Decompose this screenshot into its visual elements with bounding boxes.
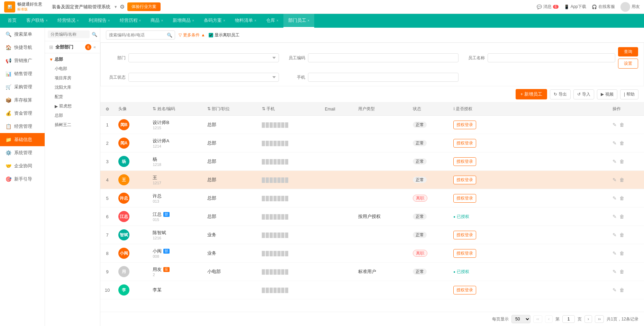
sidebar-item-purchase[interactable]: 🛒 采购管理 xyxy=(0,80,45,94)
tree-node-parent[interactable]: ▼ 总部 xyxy=(45,55,100,64)
close-icon[interactable]: × xyxy=(192,19,194,23)
edit-icon[interactable]: ✎ xyxy=(613,159,617,164)
close-icon[interactable]: × xyxy=(254,19,256,23)
delete-icon[interactable]: 🗑 xyxy=(619,287,624,293)
edit-icon[interactable]: ✎ xyxy=(613,232,617,238)
last-page-btn[interactable]: ›› xyxy=(595,315,604,323)
col-settings[interactable]: ⚙ xyxy=(100,103,114,116)
close-icon[interactable]: × xyxy=(46,19,48,23)
tree-node-chashuwang[interactable]: 插树王二 xyxy=(45,120,100,130)
view-btn[interactable]: ▶ 视频 xyxy=(597,89,617,99)
edit-icon[interactable]: ✎ xyxy=(613,287,617,293)
col-name[interactable]: ⇅ 姓名/编码 xyxy=(148,103,203,116)
nav-tab-goods[interactable]: 商品 × xyxy=(146,14,168,28)
delete-icon[interactable]: 🗑 xyxy=(619,140,624,146)
tree-node-xiaodian[interactable]: 小电部 xyxy=(45,64,100,73)
close-icon[interactable]: × xyxy=(139,19,141,23)
close-icon[interactable]: × xyxy=(77,19,79,23)
auth-btn[interactable]: 授权登录 xyxy=(453,286,476,294)
add-employee-btn[interactable]: + 新增员工 xyxy=(516,89,547,99)
settings-icon[interactable]: ⚙ xyxy=(120,3,125,10)
per-page-select[interactable]: 50 20 100 xyxy=(511,315,530,323)
phone-input[interactable] xyxy=(308,73,459,82)
more-conditions-btn[interactable]: ▽ 更多条件 ▲ xyxy=(179,32,205,38)
delete-icon[interactable]: 🗑 xyxy=(619,269,624,274)
close-icon-active[interactable]: × xyxy=(308,19,310,23)
nav-tab-home[interactable]: 首页 xyxy=(3,14,21,28)
tree-node-shuanghu[interactable]: ▶ 双虎想 xyxy=(45,102,100,111)
auth-btn[interactable]: 授权登录 xyxy=(453,249,476,258)
experience-btn[interactable]: 体验行业方案 xyxy=(127,2,161,11)
search-input[interactable] xyxy=(106,30,175,39)
edit-icon[interactable]: ✎ xyxy=(613,269,617,274)
help-btn[interactable]: | 帮助 xyxy=(620,89,638,99)
sidebar-item-collab[interactable]: 🤝 企业协同 xyxy=(0,159,45,173)
tree-node-project[interactable]: 项目库房 xyxy=(45,73,100,83)
auth-btn[interactable]: 授权登录 xyxy=(453,231,476,239)
query-btn[interactable]: 查询 xyxy=(618,47,638,56)
sidebar-item-inventory[interactable]: 📦 库存核算 xyxy=(0,94,45,107)
tree-node-shenyang[interactable]: 沈阳大库 xyxy=(45,83,100,92)
close-icon[interactable]: × xyxy=(223,19,225,23)
import-btn[interactable]: ↺ 导入 xyxy=(573,89,594,99)
page-num-input[interactable] xyxy=(562,315,575,323)
delete-icon[interactable]: 🗑 xyxy=(619,195,624,201)
auth-btn[interactable]: 授权登录 xyxy=(453,139,476,148)
sidebar-item-search[interactable]: 🔍 搜索菜单 xyxy=(0,28,45,41)
prev-page-btn[interactable]: ‹ xyxy=(545,315,553,323)
tree-node-peihu[interactable]: 配货 xyxy=(45,92,100,102)
reset-btn[interactable]: 设置 xyxy=(618,59,638,69)
status-select[interactable] xyxy=(128,73,279,82)
tree-search-input[interactable] xyxy=(48,30,90,38)
delete-icon[interactable]: 🗑 xyxy=(619,122,624,127)
edit-icon[interactable]: ✎ xyxy=(613,214,617,219)
edit-icon[interactable]: ✎ xyxy=(613,250,617,256)
edit-icon[interactable]: ✎ xyxy=(613,122,617,127)
nav-tab-history[interactable]: 经营历程 × xyxy=(115,14,146,28)
online-service-btn[interactable]: 🎧 在线客服 xyxy=(592,4,615,10)
edit-icon[interactable]: ✎ xyxy=(613,140,617,146)
message-btn[interactable]: 💬 消息 6 xyxy=(537,4,559,10)
close-icon[interactable]: × xyxy=(108,19,110,23)
sidebar-item-marketing[interactable]: 📢 营销推广 xyxy=(0,54,45,67)
auth-btn[interactable]: 授权登录 xyxy=(453,157,476,166)
auth-btn[interactable]: 授权登录 xyxy=(453,121,476,129)
auth-btn[interactable]: 授权登录 xyxy=(453,176,476,184)
close-icon[interactable]: × xyxy=(276,19,279,23)
nav-tab-add-goods[interactable]: 新增商品 × xyxy=(168,14,199,28)
delete-icon[interactable]: 🗑 xyxy=(619,214,624,219)
sidebar-item-finance[interactable]: 💰 资金管理 xyxy=(0,107,45,120)
show-resigned-checkbox[interactable] xyxy=(209,33,213,37)
sidebar-item-mgmt[interactable]: 📋 经营管理 xyxy=(0,120,45,133)
delete-icon[interactable]: 🗑 xyxy=(619,250,624,256)
col-phone[interactable]: ⇅ 手机 xyxy=(258,103,321,116)
sidebar-item-guide[interactable]: 🎯 新手引导 xyxy=(0,173,45,186)
first-page-btn[interactable]: ‹‹ xyxy=(533,315,542,323)
delete-icon[interactable]: 🗑 xyxy=(619,177,624,183)
nav-tab-profit[interactable]: 利润报告 × xyxy=(84,14,115,28)
tree-collapse-btn[interactable]: « xyxy=(93,45,96,50)
sidebar-item-sales[interactable]: 📊 销售管理 xyxy=(0,67,45,80)
nav-tab-dept-staff[interactable]: 部门员工 × xyxy=(283,14,315,28)
user-area[interactable]: 用友 xyxy=(620,2,640,12)
nav-tab-barcode[interactable]: 条码方案 × xyxy=(199,14,230,28)
auth-btn[interactable]: 授权登录 xyxy=(453,194,476,203)
nav-tab-bom[interactable]: 物料清单 × xyxy=(230,14,261,28)
nav-tab-customer[interactable]: 客户联络 × xyxy=(21,14,53,28)
nav-tab-operation[interactable]: 经营情况 × xyxy=(53,14,84,28)
sys-dropdown-icon[interactable]: ▾ xyxy=(115,4,117,9)
next-page-btn[interactable]: › xyxy=(584,315,592,323)
app-download-btn[interactable]: 📱 App下载 xyxy=(564,4,586,10)
emp-name-input[interactable] xyxy=(488,53,615,62)
emp-code-input[interactable] xyxy=(308,53,459,62)
sidebar-item-nav[interactable]: 🏠 快捷导航 xyxy=(0,41,45,54)
sidebar-item-basic[interactable]: 📁 基础信息 xyxy=(0,133,45,146)
edit-icon[interactable]: ✎ xyxy=(613,177,617,183)
dept-select[interactable] xyxy=(128,53,279,62)
col-dept[interactable]: ⇅ 部门/职位 xyxy=(203,103,258,116)
edit-icon[interactable]: ✎ xyxy=(613,195,617,201)
delete-icon[interactable]: 🗑 xyxy=(619,232,624,238)
sidebar-item-system[interactable]: ⚙️ 系统管理 xyxy=(0,146,45,159)
close-icon[interactable]: × xyxy=(161,19,163,23)
tree-node-zongbu[interactable]: 总部 xyxy=(45,111,100,120)
